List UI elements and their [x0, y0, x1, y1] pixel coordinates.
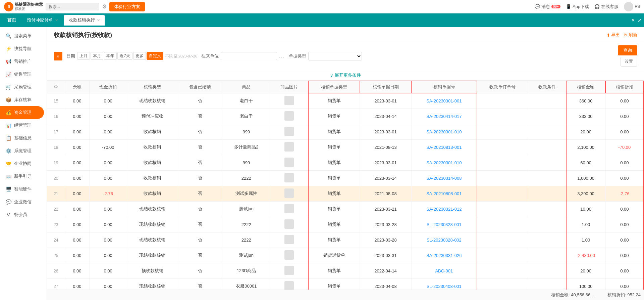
sidebar-item-marketing[interactable]: 📢 营销推广	[0, 55, 47, 68]
table-row: 24 0.00 0.00 现结收款核销 否 2222 销货单 2023-03-2…	[47, 232, 644, 248]
close-tab-prepay[interactable]: ✕	[55, 18, 58, 23]
sidebar-item-smart-hw[interactable]: 🖥️ 智能硬件	[0, 183, 47, 196]
sidebar-item-weixin[interactable]: 💬 企业微信	[0, 196, 47, 208]
bill-no-link[interactable]: SA-20230314-008	[426, 176, 462, 181]
cell-receipt-condition	[528, 278, 566, 290]
btn-last7[interactable]: 近7天	[117, 52, 132, 60]
cell-cash-discount: 0.00	[89, 124, 127, 139]
cell-receipt-order-no	[477, 186, 528, 201]
bill-no-link[interactable]: SA-20230301-010	[426, 160, 462, 165]
bill-no-link[interactable]: SA-20230331-026	[426, 253, 462, 258]
btn-custom[interactable]: 自定义	[147, 52, 163, 60]
app-download-btn[interactable]: 📱 App下载	[566, 4, 589, 10]
quick-nav-icon: ⚡	[5, 46, 11, 52]
sidebar-item-system[interactable]: ⚙️ 系统管理	[0, 144, 47, 157]
expand-more-btn[interactable]: ∨ 展开更多条件	[330, 72, 361, 78]
cell-cancel-amount: 60.00	[566, 155, 606, 170]
bill-no-link[interactable]: SA-20230321-012	[426, 207, 462, 212]
tab-prepay[interactable]: 预付冲应付单 ✕	[22, 15, 63, 26]
cell-row-num: 26	[47, 263, 65, 278]
bill-type-select[interactable]	[308, 52, 362, 60]
window-close-icon[interactable]: ✕	[631, 18, 635, 23]
cell-receipt-order-no	[477, 201, 528, 217]
bill-no-link[interactable]: SA-20230414-017	[426, 114, 462, 119]
cell-receipt-order-no	[477, 170, 528, 186]
cell-cancel-discount: 0.00	[605, 278, 644, 290]
export-btn[interactable]: ⬆ 导出	[606, 32, 620, 38]
from-unit-dots[interactable]: ...	[279, 53, 285, 58]
cell-cash-discount: 0.00	[89, 263, 127, 278]
th-include-settled: 包含已结清	[178, 81, 222, 93]
search-input[interactable]	[46, 3, 99, 10]
cell-goods-img	[270, 124, 308, 139]
sidebar-item-beginner[interactable]: 📖 新手引导	[0, 170, 47, 183]
sidebar-item-inventory[interactable]: 📦 库存核算	[0, 93, 47, 106]
sidebar-item-corp-collab[interactable]: 🤝 企业协同	[0, 157, 47, 170]
bill-no-link[interactable]: SA-20210808-001	[426, 191, 462, 196]
cell-goods-img	[270, 217, 308, 232]
table-row: 17 0.00 0.00 收款核销 否 999 销货单 2023-03-01 S…	[47, 124, 644, 139]
filter-bar: » 日期 上月 本月 本年 近7天 更多 自定义 不限 至 2023-07-26…	[47, 42, 644, 70]
cell-include-settled: 否	[178, 248, 222, 263]
tab-home[interactable]: 首页	[3, 15, 21, 26]
sidebar-item-vip[interactable]: V 畅会员	[0, 208, 47, 221]
online-service-btn[interactable]: 🎧 在线客服	[594, 4, 619, 10]
btn-more[interactable]: 更多	[133, 52, 146, 60]
sidebar-item-basic-info[interactable]: 📋 基础信息	[0, 132, 47, 144]
bill-no-link[interactable]: SL-20230408-001	[427, 284, 462, 289]
th-gear[interactable]: ⚙	[47, 81, 65, 93]
refresh-btn[interactable]: ↻ 刷新	[624, 32, 637, 38]
beginner-icon: 📖	[5, 173, 11, 179]
query-btn[interactable]: 查询	[618, 45, 637, 55]
cell-cancel-bill-no: SA-20230321-012	[411, 201, 477, 217]
close-tab-receipt[interactable]: ✕	[97, 18, 100, 23]
bill-no-link[interactable]: SA-20210813-001	[426, 145, 462, 150]
sidebar-item-search[interactable]: 🔍 搜索菜单	[0, 30, 47, 42]
cell-receipt-condition	[528, 232, 566, 248]
window-maximize-icon[interactable]: ⤢	[638, 18, 641, 23]
cell-cancel-discount: 0.00	[605, 109, 644, 124]
sidebar-item-sales[interactable]: 📈 销售管理	[0, 68, 47, 81]
cell-cancel-bill-no: SA-20230314-008	[411, 170, 477, 186]
basic-info-icon: 📋	[5, 135, 11, 141]
user-avatar[interactable]: Rit	[624, 2, 640, 11]
cell-balance: 0.00	[65, 109, 89, 124]
sidebar-item-operation[interactable]: 📊 经营管理	[0, 119, 47, 132]
cell-receipt-order-no	[477, 109, 528, 124]
bill-no-link[interactable]: SL-20230328-001	[427, 222, 462, 227]
settings-btn[interactable]: 设置	[621, 57, 637, 67]
from-unit-input[interactable]	[221, 52, 277, 60]
cell-receipt-order-no	[477, 263, 528, 278]
cell-cancel-amount: 333.00	[566, 109, 606, 124]
table-row: 26 0.00 0.00 预收款核销 否 123D商品 销货单 2022-04-…	[47, 263, 644, 278]
cell-receipt-condition	[528, 93, 566, 109]
trial-btn[interactable]: 体验行业方案	[109, 2, 145, 11]
gear-icon[interactable]: ⚙	[102, 3, 107, 10]
tab-receipt-cancel[interactable]: 收款核销执行 ✕	[64, 15, 105, 26]
message-btn[interactable]: 💬 消息 99+	[535, 4, 560, 10]
table-row: 16 0.00 0.00 预付冲应收 否 老白干 销货单 2023-04-14 …	[47, 109, 644, 124]
cell-cancel-discount: -2.76	[605, 186, 644, 201]
cell-receipt-condition	[528, 139, 566, 155]
bill-no-link[interactable]: SL-20230328-002	[427, 238, 462, 243]
cell-goods-img	[270, 170, 308, 186]
table-row: 23 0.00 0.00 现结收款核销 否 2222 销货单 2023-03-2…	[47, 217, 644, 232]
bill-no-link[interactable]: ABC-001	[435, 268, 453, 273]
btn-last-month[interactable]: 上月	[77, 52, 90, 60]
cell-balance: 0.00	[65, 278, 89, 290]
btn-this-month[interactable]: 本月	[91, 52, 103, 60]
filter-expand-btn[interactable]: »	[54, 52, 62, 60]
bill-no-link[interactable]: SA-20230301-001	[426, 98, 462, 103]
cell-cash-discount: -70.00	[89, 139, 127, 155]
cell-goods-img	[270, 139, 308, 155]
cell-cash-discount: 0.00	[89, 201, 127, 217]
cell-goods: 测试jun	[222, 201, 270, 217]
sidebar-item-finance[interactable]: 💰 资金管理	[0, 106, 44, 119]
bill-no-link[interactable]: SA-20230301-010	[426, 129, 462, 134]
cell-cancel-bill-no: SA-20230414-017	[411, 109, 477, 124]
sidebar-item-quick-nav[interactable]: ⚡ 快捷导航	[0, 42, 47, 55]
cell-cancel-type: 预付冲应收	[127, 109, 178, 124]
btn-this-year[interactable]: 本年	[104, 52, 117, 60]
sidebar-item-purchase[interactable]: 🛒 采购管理	[0, 81, 47, 93]
cell-cancel-bill-type: 销货单	[308, 139, 360, 155]
